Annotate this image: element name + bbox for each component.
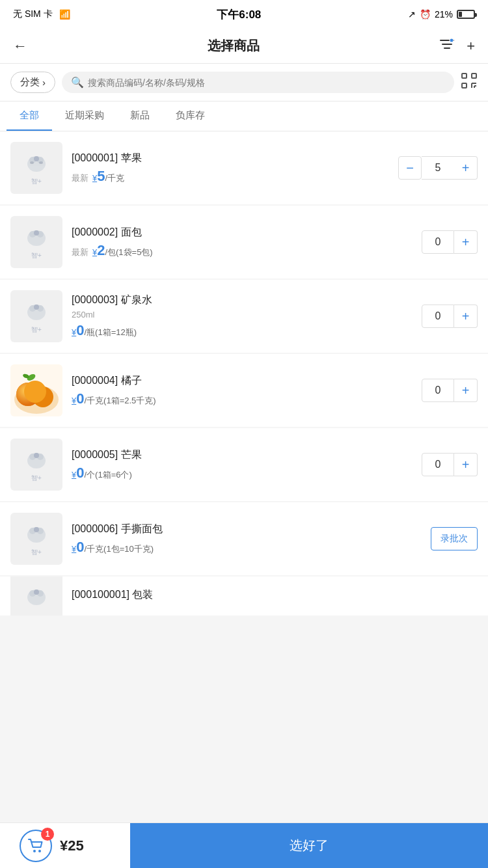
svg-point-44 bbox=[33, 850, 36, 852]
svg-point-16 bbox=[39, 161, 43, 164]
product-info-2: [0000003] 矿泉水 250ml ¥0/瓶(1箱=12瓶) bbox=[72, 293, 413, 339]
product-name-1: [0000002] 面包 bbox=[72, 226, 413, 239]
category-arrow: › bbox=[42, 77, 46, 88]
product-spec-2: 250ml bbox=[72, 310, 413, 319]
battery-icon bbox=[457, 10, 475, 19]
table-row: [0000004] 橘子 ¥0/千克(1箱=2.5千克) + bbox=[0, 354, 488, 427]
table-row: 智+ [0000005] 芒果 ¥0/个(1箱=6个) + bbox=[0, 428, 488, 501]
product-info-partial: [000100001] 包装 bbox=[72, 588, 478, 604]
quantity-input-2[interactable] bbox=[422, 305, 454, 328]
category-button[interactable]: 分类 › bbox=[10, 72, 55, 93]
product-price-1: 最新 ¥2/包(1袋=5包) bbox=[72, 242, 413, 259]
table-row: 智+ [0000002] 面包 最新 ¥2/包(1袋=5包) + bbox=[0, 206, 488, 278]
location-icon: ↗ bbox=[408, 9, 416, 20]
tab-recent[interactable]: 近期采购 bbox=[52, 102, 117, 131]
product-thumbnail-1: 智+ bbox=[10, 216, 62, 268]
page-title: 选择商品 bbox=[208, 37, 260, 55]
product-price-4: ¥0/个(1箱=6个) bbox=[72, 465, 413, 481]
alarm-icon: ⏰ bbox=[420, 9, 431, 20]
partial-item: [000100001] 包装 bbox=[0, 576, 488, 616]
svg-point-43 bbox=[34, 590, 39, 595]
svg-point-3 bbox=[450, 38, 454, 42]
product-name-4: [0000005] 芒果 bbox=[72, 448, 413, 462]
svg-rect-6 bbox=[462, 83, 467, 88]
table-row: 智+ [0000006] 手撕面包 ¥0/千克(1包=10千克) 录批次 bbox=[0, 502, 488, 575]
product-price-5: ¥0/千克(1包=10千克) bbox=[72, 539, 422, 556]
svg-rect-5 bbox=[472, 74, 476, 78]
search-input[interactable] bbox=[88, 77, 445, 88]
tab-new[interactable]: 新品 bbox=[117, 102, 163, 131]
quantity-input-4[interactable] bbox=[422, 453, 454, 476]
quantity-input-1[interactable] bbox=[422, 230, 454, 254]
svg-point-15 bbox=[30, 161, 34, 164]
nav-bar: ← 选择商品 + bbox=[0, 29, 488, 64]
quantity-control-0: − + bbox=[398, 156, 478, 180]
search-box: 🔍 bbox=[62, 72, 454, 93]
product-info-1: [0000002] 面包 最新 ¥2/包(1袋=5包) bbox=[72, 226, 413, 259]
product-name-0: [0000001] 苹果 bbox=[72, 152, 389, 165]
svg-point-14 bbox=[34, 156, 39, 161]
product-thumbnail-partial bbox=[10, 576, 62, 616]
add-button[interactable]: + bbox=[467, 38, 475, 55]
quantity-control-4: + bbox=[422, 453, 478, 476]
svg-point-20 bbox=[34, 230, 39, 236]
product-thumbnail-4: 智+ bbox=[10, 439, 62, 491]
quantity-input-3[interactable] bbox=[422, 379, 454, 402]
quantity-input-0[interactable] bbox=[422, 156, 454, 180]
product-info-4: [0000005] 芒果 ¥0/个(1箱=6个) bbox=[72, 448, 413, 481]
decrement-button-0[interactable]: − bbox=[398, 156, 422, 180]
table-row: 智+ [0000003] 矿泉水 250ml ¥0/瓶(1箱=12瓶) + bbox=[0, 280, 488, 353]
quantity-control-1: + bbox=[422, 230, 478, 254]
svg-point-39 bbox=[34, 527, 39, 532]
cart-area: 1 ¥25 bbox=[0, 830, 130, 862]
status-time: 下午6:08 bbox=[217, 7, 261, 22]
nav-right: + bbox=[439, 37, 475, 55]
product-list: 智+ [0000001] 苹果 最新 ¥5/千克 − + bbox=[0, 131, 488, 661]
filter-bar: 分类 › 🔍 bbox=[0, 64, 488, 102]
svg-point-24 bbox=[34, 305, 39, 310]
product-name-3: [0000004] 橘子 bbox=[72, 374, 413, 388]
filter-icon[interactable] bbox=[439, 37, 455, 55]
tab-all[interactable]: 全部 bbox=[7, 102, 52, 131]
sim-label: 无 SIM 卡 bbox=[13, 8, 53, 20]
quantity-control-3: + bbox=[422, 379, 478, 402]
table-row: 智+ [0000001] 苹果 最新 ¥5/千克 − + bbox=[0, 131, 488, 204]
wifi-icon: 📶 bbox=[59, 9, 70, 20]
svg-point-29 bbox=[24, 381, 46, 403]
increment-button-4[interactable]: + bbox=[454, 453, 478, 476]
batch-button-5[interactable]: 录批次 bbox=[431, 527, 478, 550]
product-thumbnail-5: 智+ bbox=[10, 513, 62, 565]
product-thumbnail-3 bbox=[10, 364, 62, 416]
search-icon: 🔍 bbox=[71, 76, 84, 88]
quantity-control-2: + bbox=[422, 305, 478, 328]
nav-left: ← bbox=[13, 38, 27, 55]
cart-button[interactable]: 1 bbox=[20, 830, 52, 862]
product-name-2: [0000003] 矿泉水 bbox=[72, 293, 413, 307]
status-right: ↗ ⏰ 21% bbox=[408, 9, 475, 20]
tab-bar: 全部 近期采购 新品 负库存 bbox=[0, 102, 488, 131]
product-info-0: [0000001] 苹果 最新 ¥5/千克 bbox=[72, 152, 389, 185]
confirm-button[interactable]: 选好了 bbox=[130, 823, 488, 869]
increment-button-1[interactable]: + bbox=[454, 230, 478, 254]
product-name-partial: [000100001] 包装 bbox=[72, 588, 478, 602]
battery-percent: 21% bbox=[435, 9, 453, 20]
svg-rect-4 bbox=[462, 74, 467, 78]
svg-point-45 bbox=[38, 850, 41, 852]
footer: 1 ¥25 选好了 bbox=[0, 822, 488, 868]
product-info-3: [0000004] 橘子 ¥0/千克(1箱=2.5千克) bbox=[72, 374, 413, 407]
status-bar: 无 SIM 卡 📶 下午6:08 ↗ ⏰ 21% bbox=[0, 0, 488, 29]
cart-total: ¥25 bbox=[60, 837, 84, 854]
increment-button-2[interactable]: + bbox=[454, 305, 478, 328]
tab-negative[interactable]: 负库存 bbox=[163, 102, 218, 131]
svg-point-35 bbox=[34, 453, 39, 458]
product-info-5: [0000006] 手撕面包 ¥0/千克(1包=10千克) bbox=[72, 522, 422, 556]
cart-badge: 1 bbox=[41, 828, 54, 841]
product-price-0: 最新 ¥5/千克 bbox=[72, 168, 389, 185]
product-thumbnail-0: 智+ bbox=[10, 142, 62, 194]
scan-icon[interactable] bbox=[461, 72, 478, 92]
back-button[interactable]: ← bbox=[13, 38, 27, 55]
status-left: 无 SIM 卡 📶 bbox=[13, 8, 70, 20]
category-label: 分类 bbox=[20, 76, 40, 88]
increment-button-3[interactable]: + bbox=[454, 379, 478, 402]
increment-button-0[interactable]: + bbox=[454, 156, 478, 180]
